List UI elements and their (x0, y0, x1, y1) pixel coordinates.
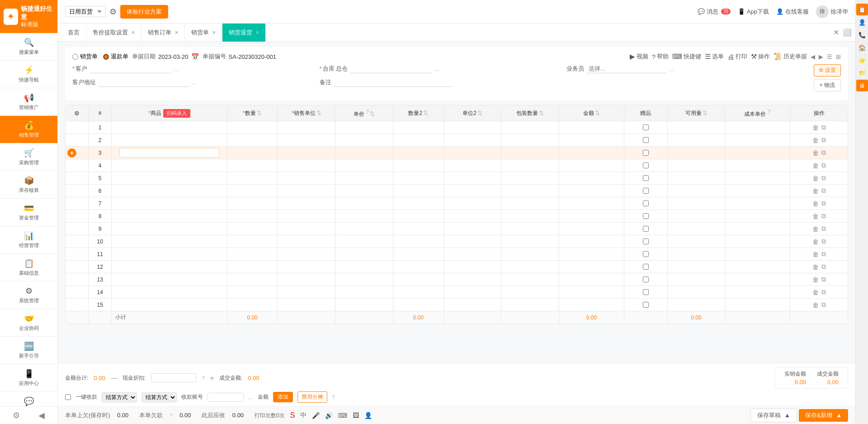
row-delete-6[interactable]: 🗑 (812, 187, 819, 195)
row-product-3[interactable] (112, 147, 227, 159)
gift-checkbox-8[interactable] (643, 213, 649, 219)
row-price-6[interactable] (335, 185, 393, 197)
row-qty2-10[interactable] (393, 235, 443, 248)
row-avail-13[interactable] (667, 273, 725, 286)
tab-close-price-set[interactable]: × (132, 29, 135, 36)
row-unit-11[interactable] (278, 248, 335, 261)
row-delete-8[interactable]: 🗑 (812, 213, 819, 220)
row-unit-15[interactable] (278, 299, 335, 311)
add-payment-btn[interactable]: 添加 (273, 392, 293, 402)
row-qty2-15[interactable] (393, 299, 443, 311)
calendar-icon[interactable]: 📅 (191, 53, 199, 60)
row-copy-12[interactable]: ⧉ (821, 263, 826, 271)
row-unit2-5[interactable] (443, 172, 501, 185)
user-item[interactable]: 徐 徐泽华 (816, 5, 848, 18)
rs-star-icon[interactable]: ⭐ (856, 54, 868, 66)
gift-checkbox-9[interactable] (643, 226, 649, 232)
save-new-arrow[interactable]: ▲ (836, 412, 842, 419)
row-unit2-12[interactable] (443, 261, 501, 273)
gift-checkbox-2[interactable] (643, 137, 649, 143)
row-price-13[interactable] (335, 273, 393, 286)
row-avail-11[interactable] (667, 248, 725, 261)
salesman-select-icon[interactable]: ... (669, 66, 674, 72)
close-all-icon[interactable]: ✕ (833, 28, 839, 37)
row-cost-14[interactable] (725, 286, 790, 299)
row-unit-7[interactable] (278, 197, 335, 210)
row-amount-15[interactable] (559, 299, 624, 311)
row-product-5[interactable] (112, 172, 227, 185)
sidebar-item-newguide[interactable]: 🆕新手引导 (0, 337, 57, 364)
debt-help[interactable]: ? (170, 413, 173, 418)
row-price-7[interactable] (335, 197, 393, 210)
exp-button[interactable]: 体验行业方案 (120, 5, 168, 19)
row-qty-8[interactable] (227, 210, 278, 223)
row-pack-14[interactable] (501, 286, 559, 299)
row-delete-1[interactable]: 🗑 (812, 124, 819, 131)
row-qty2-1[interactable] (393, 121, 443, 134)
gift-checkbox-14[interactable] (643, 289, 649, 295)
row-delete-12[interactable]: 🗑 (812, 263, 819, 271)
row-cost-6[interactable] (725, 185, 790, 197)
tab-sales-return[interactable]: 销货退货 × (222, 24, 266, 42)
unit-sort[interactable]: ⇅ (316, 110, 321, 116)
row-delete-7[interactable]: 🗑 (812, 200, 819, 207)
row-unit-6[interactable] (278, 185, 335, 197)
row-avail-15[interactable] (667, 299, 725, 311)
row-unit-9[interactable] (278, 223, 335, 235)
app-download-item[interactable]: 📱 App下载 (738, 8, 769, 16)
action-video[interactable]: ▶ 视频 (630, 52, 648, 61)
row-unit2-2[interactable] (443, 134, 501, 147)
sidebar-item-shortcuts[interactable]: ⚡快捷导航 (0, 61, 57, 88)
row-unit2-3[interactable] (443, 147, 501, 159)
row-pack-11[interactable] (501, 248, 559, 261)
row-qty-11[interactable] (227, 248, 278, 261)
gift-checkbox-4[interactable] (643, 162, 649, 168)
row-price-2[interactable] (335, 134, 393, 147)
row-unit2-6[interactable] (443, 185, 501, 197)
row-qty-3[interactable] (227, 147, 278, 159)
row-unit2-10[interactable] (443, 235, 501, 248)
price-help[interactable]: ? (366, 108, 369, 115)
row-copy-5[interactable]: ⧉ (821, 174, 826, 182)
row-unit2-13[interactable] (443, 273, 501, 286)
row-unit2-14[interactable] (443, 286, 501, 299)
settle-select[interactable]: 结算方式 (102, 392, 137, 402)
row-amount-6[interactable] (559, 185, 624, 197)
row-copy-3[interactable]: ⧉ (821, 149, 826, 157)
price-sort[interactable]: ⇅ (370, 110, 375, 117)
row-pack-6[interactable] (501, 185, 559, 197)
rs-note-icon[interactable]: 📋 (856, 4, 868, 15)
row-price-15[interactable] (335, 299, 393, 311)
row-qty2-5[interactable] (393, 172, 443, 185)
row-copy-2[interactable]: ⧉ (821, 136, 826, 144)
row-pack-8[interactable] (501, 210, 559, 223)
topbar-gear-icon[interactable]: ⚙ (109, 7, 117, 17)
tab-sales-order[interactable]: 销售订单 × (142, 24, 185, 42)
nav-next-icon[interactable]: ▶ (819, 53, 823, 60)
row-cost-7[interactable] (725, 197, 790, 210)
gift-checkbox-5[interactable] (643, 175, 649, 181)
row-avail-8[interactable] (667, 210, 725, 223)
row-pack-2[interactable] (501, 134, 559, 147)
row-pack-5[interactable] (501, 172, 559, 185)
row-unit-13[interactable] (278, 273, 335, 286)
row-amount-11[interactable] (559, 248, 624, 261)
sidebar-item-search[interactable]: 🔍搜索菜单 (0, 33, 57, 61)
row-qty2-13[interactable] (393, 273, 443, 286)
row-copy-6[interactable]: ⧉ (821, 187, 826, 195)
fypj-help-icon[interactable]: ? (332, 394, 335, 400)
row-product-4[interactable] (112, 159, 227, 172)
row-delete-13[interactable]: 🗑 (812, 276, 819, 283)
save-draft-btn[interactable]: 保存草稿 ▲ (750, 409, 797, 422)
row-unit2-8[interactable] (443, 210, 501, 223)
product-input-3[interactable] (119, 148, 220, 157)
cost-help[interactable]: ? (768, 108, 771, 115)
save-new-btn[interactable]: 保存&新增 ▲ (799, 409, 848, 422)
rs-folder-icon[interactable]: 📁 (856, 67, 868, 79)
account-input[interactable] (208, 393, 244, 402)
one-click-checkbox[interactable] (65, 394, 71, 400)
row-qty2-12[interactable] (393, 261, 443, 273)
row-avail-12[interactable] (667, 261, 725, 273)
radio-sales-out[interactable]: 销货单 (72, 52, 98, 61)
row-pack-3[interactable] (501, 147, 559, 159)
